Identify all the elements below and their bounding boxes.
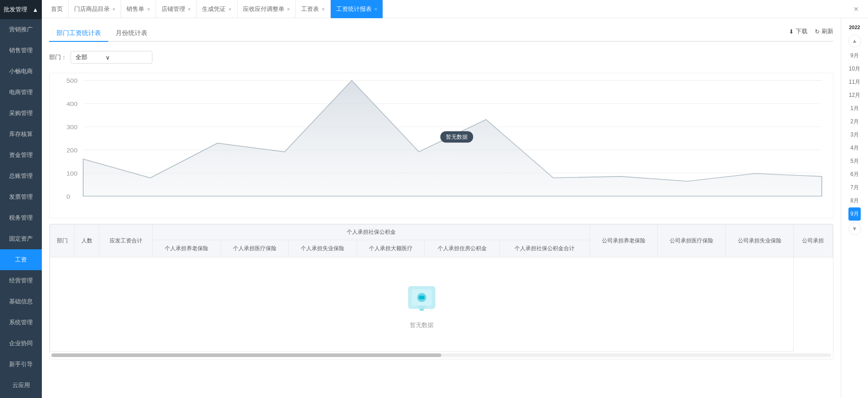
sidebar-header[interactable]: 批发管理 ▲: [0, 0, 42, 19]
col-personal-pension: 个人承担养老保险: [153, 240, 221, 257]
sub-tab-月份统计表[interactable]: 月份统计表: [108, 25, 155, 42]
timeline-down-nav[interactable]: ▼: [848, 222, 861, 235]
tab-工资表[interactable]: 工资表×: [296, 0, 330, 18]
sidebar-item-销售管理[interactable]: 销售管理: [0, 40, 42, 61]
sidebar-item-基础信息[interactable]: 基础信息: [0, 291, 42, 312]
sidebar-item-资金管理[interactable]: 资金管理: [0, 145, 42, 166]
timeline-month-9[interactable]: 6月: [847, 168, 863, 181]
timeline-month-1[interactable]: 10月: [847, 62, 863, 76]
timeline-month-6[interactable]: 3月: [847, 128, 863, 141]
scrollbar-thumb[interactable]: [51, 353, 441, 357]
timeline-up-nav[interactable]: ▲: [848, 35, 861, 47]
svg-text:400: 400: [66, 101, 78, 107]
col-personal-unemployment: 个人承担失业保险: [289, 240, 357, 257]
tab-label: 销售单: [126, 5, 144, 13]
svg-rect-18: [419, 309, 424, 311]
refresh-icon: ↻: [815, 28, 820, 35]
col-personal-housing: 个人承担住房公积金: [425, 240, 500, 257]
sidebar-item-新手引导[interactable]: 新手引导: [0, 354, 42, 375]
timeline-year-label: 2022: [841, 22, 868, 33]
download-button[interactable]: ⬇ 下载: [789, 27, 807, 35]
sidebar-item-总账管理[interactable]: 总账管理: [0, 166, 42, 186]
col-company-pension: 公司承担养老保险: [590, 225, 657, 257]
col-personal-group: 个人承担社保公积金: [153, 225, 590, 240]
tab-销售单[interactable]: 销售单×: [121, 0, 156, 18]
sidebar-item-小畅电商[interactable]: 小畅电商: [0, 61, 42, 82]
tab-label: 应收应付调整单: [243, 5, 284, 13]
timeline-month-5[interactable]: 2月: [847, 115, 863, 128]
tab-门店商品目录[interactable]: 门店商品目录×: [69, 0, 121, 18]
tab-label: 首页: [51, 5, 63, 13]
tab-label: 工资表: [301, 5, 319, 13]
toolbar-left: 部门： 全部 ∨: [49, 51, 152, 64]
empty-icon: [404, 279, 440, 316]
sidebar-item-工资[interactable]: 工资: [0, 249, 42, 270]
sidebar-item-营销推广[interactable]: 营销推广: [0, 19, 42, 40]
sidebar-item-系统管理[interactable]: 系统管理: [0, 312, 42, 333]
timeline-month-10[interactable]: 7月: [847, 181, 863, 194]
empty-state: 暂无数据: [54, 261, 790, 348]
timeline-month-7[interactable]: 4月: [847, 141, 863, 155]
tab-店铺管理[interactable]: 店铺管理×: [156, 0, 197, 18]
timeline-panel: 2022 ▲ 9月10月11月12月1月2月3月4月5月6月7月8月9月 ▼: [841, 18, 868, 398]
sidebar-settings[interactable]: ⚙: [0, 396, 42, 398]
timeline-month-11[interactable]: 8月: [847, 194, 863, 207]
sidebar-item-企业协同[interactable]: 企业协同: [0, 333, 42, 354]
sidebar-item-发票管理[interactable]: 发票管理: [0, 186, 42, 207]
download-icon: ⬇: [789, 28, 794, 35]
timeline-month-3[interactable]: 12月: [847, 89, 863, 102]
col-personal-major-medical: 个人承担大额医疗: [357, 240, 424, 257]
toolbar: 部门： 全部 ∨: [49, 51, 833, 64]
sidebar-item-库存核算[interactable]: 库存核算: [0, 124, 42, 145]
tab-生成凭证[interactable]: 生成凭证×: [197, 0, 237, 18]
sidebar-item-经营管理[interactable]: 经营管理: [0, 270, 42, 291]
col-company-other: 公司承担: [793, 225, 833, 257]
tab-close-icon[interactable]: ×: [112, 6, 115, 12]
svg-text:200: 200: [66, 147, 78, 154]
sidebar-item-采购管理[interactable]: 采购管理: [0, 103, 42, 124]
tab-工资统计报表[interactable]: 工资统计报表×: [331, 0, 383, 18]
sidebar-item-税务管理[interactable]: 税务管理: [0, 207, 42, 228]
sidebar-item-电商管理[interactable]: 电商管理: [0, 82, 42, 103]
tab-应收应付调整单[interactable]: 应收应付调整单×: [237, 0, 296, 18]
tab-close-icon[interactable]: ×: [374, 6, 377, 12]
sidebar-collapse-icon: ▲: [32, 6, 38, 13]
timeline-month-4[interactable]: 1月: [847, 102, 863, 115]
col-personal-total: 个人承担社保公积金合计: [500, 240, 590, 257]
tab-bar: 首页门店商品目录×销售单×店铺管理×生成凭证×应收应付调整单×工资表×工资统计报…: [42, 0, 868, 18]
tab-close-icon[interactable]: ×: [188, 6, 191, 12]
tab-bar-close-button[interactable]: ✕: [852, 5, 861, 14]
content-area: 部门工资统计表月份统计表 ⬇ 下载 ↻ 刷新 部门：: [42, 18, 868, 398]
tab-label: 生成凭证: [202, 5, 226, 13]
sidebar-item-云应用[interactable]: 云应用: [0, 375, 42, 396]
chart-svg: 500 400 300 200 100 0: [50, 73, 833, 218]
tab-close-icon[interactable]: ×: [147, 6, 150, 12]
timeline-month-0[interactable]: 9月: [847, 49, 863, 62]
page-content: 部门工资统计表月份统计表 ⬇ 下载 ↻ 刷新 部门：: [42, 18, 841, 398]
refresh-button[interactable]: ↻ 刷新: [815, 27, 833, 35]
timeline-month-8[interactable]: 5月: [847, 155, 863, 168]
col-total-wage: 应发工资合计: [99, 225, 153, 257]
timeline-month-2[interactable]: 11月: [847, 76, 863, 89]
data-table-container: 部门 人数 应发工资合计 个人承担社保公积金 公司承担养老保险 公司承担医疗保险…: [49, 224, 833, 359]
main-content: 首页门店商品目录×销售单×店铺管理×生成凭证×应收应付调整单×工资表×工资统计报…: [42, 0, 868, 398]
col-personal-medical: 个人承担医疗保险: [221, 240, 288, 257]
scrollbar-track[interactable]: [51, 353, 831, 357]
chevron-down-icon: ∨: [106, 54, 110, 61]
chart-container: 500 400 300 200 100 0: [49, 73, 833, 218]
sidebar: 批发管理 ▲ 营销推广销售管理小畅电商电商管理采购管理库存核算资金管理总账管理发…: [0, 0, 42, 398]
timeline-month-12[interactable]: 9月: [848, 207, 861, 221]
tab-close-icon[interactable]: ×: [228, 6, 231, 12]
empty-text: 暂无数据: [410, 321, 434, 329]
col-company-medical: 公司承担医疗保险: [657, 225, 725, 257]
data-table: 部门 人数 应发工资合计 个人承担社保公积金 公司承担养老保险 公司承担医疗保险…: [50, 224, 833, 352]
dept-select[interactable]: 全部 ∨: [71, 51, 152, 64]
sidebar-item-固定资产[interactable]: 固定资产: [0, 228, 42, 249]
tab-close-icon[interactable]: ×: [287, 6, 290, 12]
sub-tab-部门工资统计表[interactable]: 部门工资统计表: [49, 25, 108, 42]
svg-rect-16: [419, 296, 424, 299]
empty-row: 暂无数据: [50, 257, 794, 352]
svg-text:100: 100: [66, 171, 78, 177]
tab-close-icon[interactable]: ×: [322, 6, 324, 12]
tab-首页[interactable]: 首页: [45, 0, 69, 18]
